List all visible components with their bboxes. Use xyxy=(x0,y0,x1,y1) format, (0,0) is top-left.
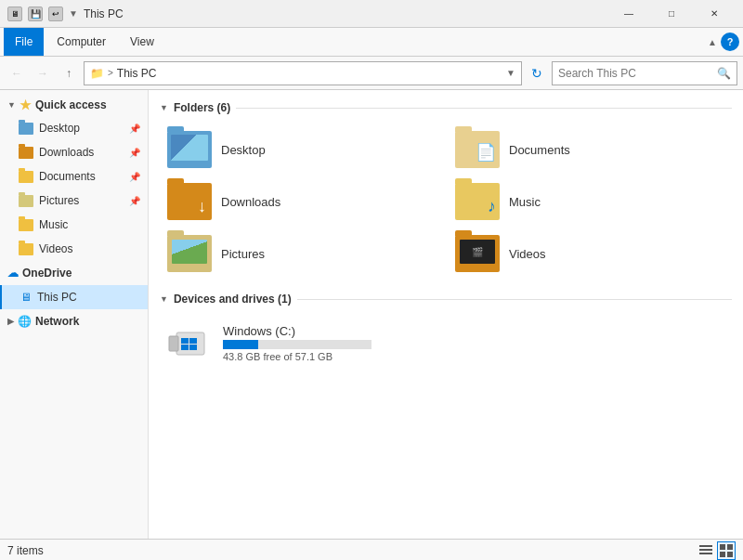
tab-computer[interactable]: Computer xyxy=(46,28,117,56)
network-header[interactable]: ▶ 🌐 Network xyxy=(0,311,148,332)
svg-rect-1 xyxy=(169,336,178,351)
status-bar: 7 items xyxy=(0,539,743,560)
sidebar: ▼ ★ Quick access Desktop 📌 Downloads 📌 xyxy=(0,90,149,539)
help-button[interactable]: ? xyxy=(721,33,739,51)
address-folder-icon: 📁 xyxy=(90,67,104,80)
folder-name-documents: Documents xyxy=(509,143,570,157)
svg-rect-4 xyxy=(181,345,189,350)
pin-icon-desktop: 📌 xyxy=(129,124,140,134)
sidebar-item-music[interactable]: Music xyxy=(0,213,148,237)
search-icon[interactable]: 🔍 xyxy=(717,67,731,80)
folder-item-pictures[interactable]: Pictures xyxy=(160,229,444,278)
svg-rect-12 xyxy=(727,552,733,557)
folder-item-desktop[interactable]: Desktop xyxy=(160,125,444,174)
address-path[interactable]: 📁 > This PC ▼ xyxy=(84,61,522,85)
address-separator: > xyxy=(108,68,113,78)
devices-title: Devices and drives (1) xyxy=(174,293,292,306)
quick-access-section: ▼ ★ Quick access Desktop 📌 Downloads 📌 xyxy=(0,94,148,261)
drives-list: Windows (C:) 43.8 GB free of 57.1 GB xyxy=(160,317,732,370)
folder-name-downloads: Downloads xyxy=(221,195,280,209)
folders-chevron[interactable]: ▼ xyxy=(160,103,168,112)
drive-item-c[interactable]: Windows (C:) 43.8 GB free of 57.1 GB xyxy=(160,317,732,370)
search-box[interactable]: 🔍 xyxy=(552,61,737,85)
folder-item-downloads[interactable]: ↓ Downloads xyxy=(160,177,444,226)
close-button[interactable]: ✕ xyxy=(693,0,736,28)
sidebar-videos-label: Videos xyxy=(39,242,72,255)
window-title: This PC xyxy=(84,7,124,20)
svg-rect-3 xyxy=(189,338,197,344)
quick-access-chevron: ▼ xyxy=(7,100,16,110)
address-dropdown-icon[interactable]: ▼ xyxy=(506,68,515,78)
quick-save-icon[interactable]: 💾 xyxy=(28,7,43,21)
title-dropdown[interactable]: ▼ xyxy=(69,8,78,19)
folder-item-videos[interactable]: 🎬 Videos xyxy=(448,229,732,278)
drive-info-c: Windows (C:) 43.8 GB free of 57.1 GB xyxy=(223,324,372,362)
svg-rect-2 xyxy=(181,338,189,344)
sidebar-item-downloads[interactable]: Downloads 📌 xyxy=(0,140,148,164)
folder-item-documents[interactable]: 📄 Documents xyxy=(448,125,732,174)
svg-rect-6 xyxy=(699,545,712,547)
address-current: This PC xyxy=(117,67,157,80)
view-tiles-button[interactable] xyxy=(717,541,736,560)
status-item-count: 7 items xyxy=(7,544,44,557)
folder-icon-downloads: ↓ xyxy=(167,183,212,220)
folder-name-pictures: Pictures xyxy=(221,247,265,261)
svg-rect-5 xyxy=(189,345,197,350)
ribbon-tab-bar: File Computer View ▲ ? xyxy=(0,28,743,56)
folders-divider xyxy=(236,108,732,109)
sidebar-downloads-label: Downloads xyxy=(39,146,94,159)
ribbon-collapse-icon[interactable]: ▲ xyxy=(708,37,717,47)
folder-name-music: Music xyxy=(509,195,541,209)
thispc-label: This PC xyxy=(37,291,77,304)
view-details-button[interactable] xyxy=(697,541,715,560)
tab-file[interactable]: File xyxy=(4,28,44,56)
quick-access-header[interactable]: ▼ ★ Quick access xyxy=(0,94,148,116)
thispc-icon: 🖥 xyxy=(20,291,32,304)
devices-chevron[interactable]: ▼ xyxy=(160,294,168,304)
network-label: Network xyxy=(35,315,79,328)
sidebar-item-desktop[interactable]: Desktop 📌 xyxy=(0,116,148,140)
onedrive-label: OneDrive xyxy=(22,267,72,280)
network-icon: 🌐 xyxy=(18,315,32,328)
app-icon: 🖥 xyxy=(7,7,22,21)
onedrive-header[interactable]: ☁ OneDrive xyxy=(0,263,148,283)
undo-icon[interactable]: ↩ xyxy=(48,7,63,21)
back-button[interactable]: ← xyxy=(6,62,28,85)
drive-progress-fill-c xyxy=(223,340,258,349)
folder-item-music[interactable]: ♪ Music xyxy=(448,177,732,226)
drive-icon-c xyxy=(167,325,212,362)
folders-title: Folders (6) xyxy=(174,101,230,114)
window-controls: — □ ✕ xyxy=(607,0,736,28)
onedrive-icon: ☁ xyxy=(7,267,19,280)
drive-name-c: Windows (C:) xyxy=(223,324,372,338)
folder-name-desktop: Desktop xyxy=(221,143,266,157)
sidebar-item-pictures[interactable]: Pictures 📌 xyxy=(0,189,148,213)
sidebar-music-label: Music xyxy=(39,218,68,231)
pin-icon-downloads: 📌 xyxy=(129,148,140,158)
drive-progress-bar-c xyxy=(223,340,372,349)
refresh-button[interactable]: ↻ xyxy=(526,62,548,85)
drive-icon-wrapper xyxy=(167,325,212,362)
folder-name-videos: Videos xyxy=(509,247,546,261)
folder-icon-music: ♪ xyxy=(455,183,500,220)
sidebar-item-videos[interactable]: Videos xyxy=(0,237,148,261)
search-input[interactable] xyxy=(558,67,713,80)
sidebar-item-documents[interactable]: Documents 📌 xyxy=(0,164,148,189)
thispc-section: 🖥 This PC xyxy=(0,285,148,309)
svg-rect-11 xyxy=(720,552,725,557)
folder-icon-documents: 📄 xyxy=(455,131,500,168)
quick-access-label: Quick access xyxy=(35,98,107,111)
forward-button[interactable]: → xyxy=(32,62,54,85)
folder-icon-videos: 🎬 xyxy=(455,235,500,272)
tab-view[interactable]: View xyxy=(119,28,165,56)
onedrive-section: ☁ OneDrive xyxy=(0,263,148,283)
up-button[interactable]: ↑ xyxy=(58,62,80,85)
maximize-button[interactable]: □ xyxy=(650,0,693,28)
ribbon-right: ▲ ? xyxy=(708,33,739,51)
devices-section-header: ▼ Devices and drives (1) xyxy=(160,293,732,309)
address-bar: ← → ↑ 📁 > This PC ▼ ↻ 🔍 xyxy=(0,57,743,90)
title-bar-left: 🖥 💾 ↩ ▼ This PC xyxy=(7,7,124,21)
minimize-button[interactable]: — xyxy=(607,0,650,28)
quick-access-star-icon: ★ xyxy=(20,98,32,112)
sidebar-item-thispc[interactable]: 🖥 This PC xyxy=(0,285,148,309)
